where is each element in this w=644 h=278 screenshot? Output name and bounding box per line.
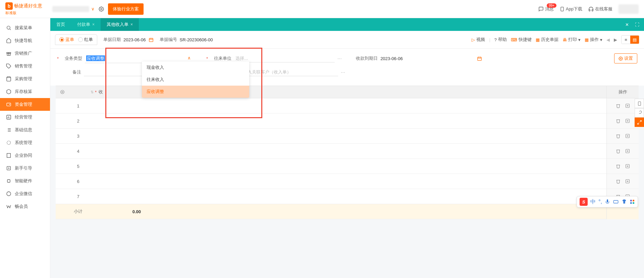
ops-link[interactable]: ▦操作▾ [585,37,602,43]
tabs-close-all-icon[interactable]: ✕ [623,21,631,28]
svg-point-33 [620,58,621,59]
ime-menu-icon[interactable] [630,199,635,204]
shortcut-link[interactable]: ⌨快捷键 [511,37,532,43]
ime-keyboard-icon[interactable] [613,199,619,204]
history-link[interactable]: ▦历史单据 [536,37,558,43]
add-row-icon[interactable] [625,164,630,169]
grid-icon: ▦ [585,37,589,42]
sidebar-item-purchase[interactable]: 采购管理 [0,73,50,85]
logo: b 畅捷通好生意 标准版 [5,2,52,15]
add-row-icon[interactable] [625,179,630,184]
svg-line-59 [637,123,639,124]
table-row[interactable]: 7 [56,189,606,204]
delete-row-icon[interactable] [616,164,621,169]
delete-row-icon[interactable] [616,119,621,123]
tab-other-income[interactable]: 其他收入单× [101,18,139,31]
calendar-icon[interactable] [477,56,482,61]
vip-icon [6,204,11,209]
calendar-icon[interactable] [149,37,154,42]
ime-toolbar[interactable]: S 中 °, [577,196,638,207]
radio-red[interactable]: 红单 [78,37,93,43]
app-download-link[interactable]: App下载 [560,6,582,12]
sidebar-item-hardware[interactable]: 智能硬件 [0,175,50,187]
doc-toolbar: 蓝单 红单 单据日期 2023-06-06 单据编号 SR-20230606-0… [50,31,644,49]
messages-link[interactable]: 消息 99+ [538,6,554,12]
ime-logo-icon: S [580,198,588,206]
sidebar-item-marketing[interactable]: 营销推广 [0,47,50,60]
sidebar-item-guide[interactable]: 新手引导 [0,162,50,175]
sidebar-item-inventory[interactable]: 库存核算 [0,85,50,98]
dropdown-item[interactable]: 往来收入 [142,74,249,86]
wecom-icon [6,191,11,196]
delete-row-icon[interactable] [616,149,621,153]
line-items-table: *收 1234567 小计 0.00 操作 [56,86,639,219]
sidebar-item-sales[interactable]: 销售管理 [0,60,50,73]
table-row[interactable]: 6 [56,174,606,189]
dropdown-item[interactable]: 现金收入 [142,61,249,74]
ime-lang[interactable]: 中 [590,198,596,205]
table-row[interactable]: 2 [56,113,606,129]
sidebar-item-business[interactable]: 经营管理 [0,111,50,124]
sidebar-item-funds[interactable]: 资金管理 [0,98,50,111]
unit-input[interactable] [234,54,335,62]
rel-customer-input[interactable] [237,68,338,76]
add-row-icon[interactable] [625,149,630,153]
user-avatar[interactable] [619,4,639,14]
more-icon[interactable]: ⋯ [337,56,342,61]
attachment-button[interactable] [635,99,644,108]
view-list-button[interactable]: ≡ [622,36,630,44]
remark-label: 备注 [61,69,81,75]
expand-button[interactable] [635,118,644,127]
table-header: *收 [56,86,606,98]
close-icon[interactable]: × [92,22,95,27]
table-row[interactable]: 3 [56,129,606,144]
sidebar-item-member[interactable]: 畅会员 [0,200,50,213]
sidebar-item-collab[interactable]: 企业协同 [0,149,50,162]
add-row-icon[interactable] [625,119,630,123]
sidebar-item-baseinfo[interactable]: 基础信息 [0,124,50,136]
ime-skin-icon[interactable] [622,199,627,204]
view-card-button[interactable]: ▤ [630,36,639,44]
try-industry-button[interactable]: 体验行业方案 [108,3,144,15]
sidebar-item-system[interactable]: 系统管理 [0,136,50,149]
tab-payment[interactable]: 付款单× [71,18,101,31]
headset-icon [588,6,594,12]
sidebar-item-wecom[interactable]: 企业微信 [0,187,50,200]
help-link[interactable]: ?帮助 [494,37,507,43]
delete-row-icon[interactable] [616,134,621,138]
print-link[interactable]: 🖶打印▾ [562,37,581,43]
settings-button[interactable]: 设置 [614,53,637,63]
delete-row-icon[interactable] [616,103,621,108]
sidebar-item-quicknav[interactable]: 快捷导航 [0,34,50,47]
more-icon[interactable]: ⋯ [341,70,345,75]
company-selector[interactable]: ∨ [52,6,95,12]
add-row-icon[interactable] [625,134,630,138]
table-config-button[interactable] [56,90,69,94]
svg-rect-66 [633,200,634,201]
radio-blue[interactable]: 蓝单 [59,37,74,43]
tab-home[interactable]: 首页 [50,18,71,31]
next-button[interactable]: ▶ [614,37,617,42]
dropdown-item[interactable]: 应收调整 [142,86,249,98]
link-button[interactable] [635,108,644,118]
online-service-link[interactable]: 在线客服 [588,6,612,12]
play-icon: ▷ [472,37,475,42]
prev-button[interactable]: ◀ [606,37,610,42]
ime-punct-icon[interactable]: °, [598,199,602,205]
home-icon [6,38,11,43]
sidebar-item-search[interactable]: 搜索菜单 [0,21,50,34]
row-ops [607,174,639,189]
logo-text: 畅捷通好生意 [14,3,42,9]
settings-gear-icon[interactable] [99,6,104,12]
ime-mic-icon[interactable] [605,199,610,204]
table-row[interactable]: 4 [56,144,606,159]
add-row-icon[interactable] [625,103,630,108]
video-link[interactable]: ▷视频 [472,37,485,43]
view-toggle: ≡ ▤ [621,35,639,44]
delete-row-icon[interactable] [616,179,621,184]
table-row[interactable]: 5 [56,159,606,174]
table-row[interactable]: 1 [56,98,606,113]
close-icon[interactable]: × [130,22,133,27]
tabs-expand-icon[interactable]: ⛶ [633,21,641,28]
col-amount[interactable]: *收 [87,89,106,95]
